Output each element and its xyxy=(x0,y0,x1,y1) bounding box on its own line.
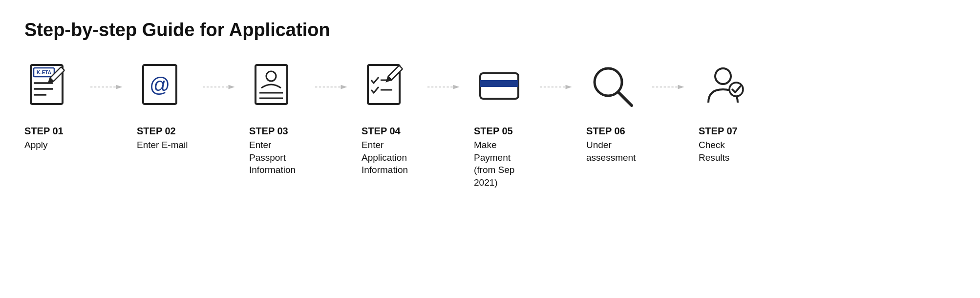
svg-line-32 xyxy=(618,92,632,106)
step-06-label: STEP 06 Under assessment xyxy=(586,126,636,164)
arrow-01 xyxy=(78,82,137,92)
step-05: STEP 05 Make Payment (from Sep 2021) xyxy=(474,60,586,189)
step-01-icon: K-ETA xyxy=(24,60,78,114)
svg-point-15 xyxy=(266,71,276,81)
svg-marker-26 xyxy=(453,85,460,89)
svg-rect-28 xyxy=(480,80,518,87)
arrow-03 xyxy=(303,82,362,92)
step-04: STEP 04 Enter Application Information xyxy=(362,60,474,176)
step-05-icon xyxy=(474,60,528,114)
svg-text:@: @ xyxy=(149,73,170,96)
svg-marker-30 xyxy=(566,85,572,89)
step-03-icon xyxy=(249,60,303,114)
step-07-icon xyxy=(699,60,752,114)
step-02-label: STEP 02 Enter E-mail xyxy=(137,126,188,151)
arrow-04 xyxy=(415,82,474,92)
svg-marker-13 xyxy=(229,85,235,89)
step-03: STEP 03 Enter Passport Information xyxy=(249,60,362,176)
svg-marker-34 xyxy=(678,85,684,89)
step-03-label: STEP 03 Enter Passport Information xyxy=(249,126,296,176)
step-01-label: STEP 01 Apply xyxy=(24,126,64,151)
page-title: Step-by-step Guide for Application xyxy=(24,20,956,41)
step-05-label: STEP 05 Make Payment (from Sep 2021) xyxy=(474,126,514,189)
step-07: STEP 07 Check Results xyxy=(699,60,796,164)
steps-container: K-ETA STEP xyxy=(24,60,956,189)
svg-point-36 xyxy=(729,83,743,96)
step-02-icon: @ xyxy=(137,60,191,114)
step-04-icon xyxy=(362,60,415,114)
step-01: K-ETA STEP xyxy=(24,60,137,151)
arrow-06 xyxy=(640,82,699,92)
step-04-label: STEP 04 Enter Application Information xyxy=(362,126,408,176)
step-06: STEP 06 Under assessment xyxy=(586,60,699,164)
arrow-05 xyxy=(528,82,586,92)
svg-marker-19 xyxy=(341,85,347,89)
step-02: @ STEP 02 Enter E-mail xyxy=(137,60,249,151)
arrow-02 xyxy=(191,82,249,92)
svg-point-35 xyxy=(715,68,731,84)
svg-marker-9 xyxy=(116,85,123,89)
step-06-icon xyxy=(586,60,640,114)
svg-text:K-ETA: K-ETA xyxy=(37,70,51,75)
step-07-label: STEP 07 Check Results xyxy=(699,126,738,164)
